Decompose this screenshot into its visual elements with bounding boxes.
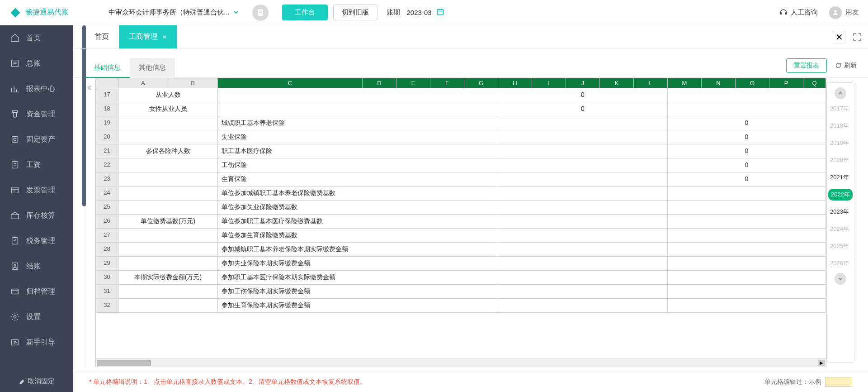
- cell-o[interactable]: [668, 271, 826, 284]
- sidebar-item-8[interactable]: 税务管理: [0, 228, 73, 253]
- sidebar-item-1[interactable]: 总账: [0, 51, 73, 76]
- cell-c[interactable]: 单位参加失业保险缴费基数: [218, 201, 498, 214]
- cancel-pin-button[interactable]: 取消固定: [0, 371, 73, 392]
- row-number[interactable]: 17: [96, 88, 118, 102]
- col-header-M[interactable]: M: [668, 78, 702, 88]
- cell-c[interactable]: 参加工伤保险本期实际缴费金额: [218, 285, 498, 298]
- cell-c[interactable]: 单位参加职工基本医疗保险缴费基数: [218, 215, 498, 228]
- user-menu[interactable]: 用友: [829, 6, 859, 19]
- row-number[interactable]: 22: [96, 158, 118, 172]
- old-version-button[interactable]: 切到旧版: [333, 5, 377, 20]
- col-header-C[interactable]: C: [218, 78, 363, 88]
- sidebar-item-2[interactable]: 报表中心: [0, 76, 73, 101]
- sidebar-item-4[interactable]: 固定资产: [0, 127, 73, 152]
- row-number[interactable]: 19: [96, 116, 118, 130]
- cell-k[interactable]: [498, 130, 668, 144]
- col-header-E[interactable]: E: [396, 78, 430, 88]
- col-header-I[interactable]: I: [532, 78, 566, 88]
- cell-o[interactable]: 0: [668, 116, 826, 130]
- col-header-F[interactable]: F: [430, 78, 464, 88]
- cell-o[interactable]: 0: [668, 158, 826, 172]
- horizontal-scrollbar[interactable]: ▶: [96, 359, 826, 367]
- cell-o[interactable]: [668, 201, 826, 214]
- cell-b[interactable]: [118, 158, 218, 172]
- year-item[interactable]: 2023年: [828, 203, 853, 220]
- cell-c[interactable]: 失业保险: [218, 130, 498, 144]
- sidebar-item-6[interactable]: 发票管理: [0, 177, 73, 203]
- year-down-icon[interactable]: [835, 273, 846, 285]
- cell-o[interactable]: [668, 299, 826, 312]
- cell-b[interactable]: 本期实际缴费金额(万元): [118, 271, 218, 284]
- cell-k[interactable]: 0: [498, 88, 668, 102]
- sub-tab-basic[interactable]: 基础信息: [85, 58, 130, 77]
- year-item[interactable]: 2022年: [828, 189, 853, 201]
- row-number[interactable]: 25: [96, 201, 118, 214]
- cell-c[interactable]: 参加城镇职工基本养老保险本期实际缴费金额: [218, 243, 498, 256]
- row-number[interactable]: 30: [96, 271, 118, 284]
- col-header-N[interactable]: N: [702, 78, 736, 88]
- cell-o[interactable]: [668, 229, 826, 242]
- calendar-icon[interactable]: [436, 8, 444, 18]
- cell-b[interactable]: [118, 229, 218, 242]
- cell-k[interactable]: [498, 243, 668, 256]
- cell-o[interactable]: 0: [668, 144, 826, 158]
- cell-b[interactable]: [118, 130, 218, 144]
- cell-k[interactable]: [498, 229, 668, 242]
- cell-k[interactable]: [498, 215, 668, 228]
- cell-o[interactable]: [668, 285, 826, 298]
- row-number[interactable]: 21: [96, 144, 118, 158]
- cell-b[interactable]: 女性从业人员: [118, 102, 218, 116]
- col-header-K[interactable]: K: [600, 78, 634, 88]
- row-number[interactable]: 23: [96, 172, 118, 186]
- cell-c[interactable]: 职工基本医疗保险: [218, 144, 498, 158]
- cell-c[interactable]: 工伤保险: [218, 158, 498, 172]
- cell-b[interactable]: 从业人数: [118, 88, 218, 102]
- col-header-J[interactable]: J: [566, 78, 600, 88]
- cell-o[interactable]: 0: [668, 130, 826, 144]
- collapse-left-icon[interactable]: [85, 78, 95, 367]
- tab-business-mgmt[interactable]: 工商管理 ✕: [119, 25, 177, 48]
- cell-b[interactable]: [118, 172, 218, 186]
- sidebar-item-9[interactable]: 结账: [0, 253, 73, 279]
- sidebar-item-10[interactable]: 归档管理: [0, 279, 73, 304]
- cell-k[interactable]: [498, 144, 668, 158]
- refresh-button[interactable]: 刷新: [835, 58, 857, 73]
- cell-o[interactable]: [668, 243, 826, 256]
- sidebar-item-11[interactable]: 设置: [0, 304, 73, 330]
- tab-home[interactable]: 首页: [85, 25, 119, 48]
- cell-b[interactable]: 单位缴费基数(万元): [118, 215, 218, 228]
- cell-c[interactable]: 参加职工基本医疗保险本期实际缴费金额: [218, 271, 498, 284]
- col-header-P[interactable]: P: [769, 78, 803, 88]
- cell-c[interactable]: [218, 102, 498, 116]
- cell-o[interactable]: [668, 88, 826, 102]
- cell-k[interactable]: [498, 201, 668, 214]
- year-item[interactable]: 2025年: [828, 238, 853, 255]
- row-number[interactable]: 24: [96, 186, 118, 200]
- cell-o[interactable]: [668, 215, 826, 228]
- document-icon[interactable]: [252, 5, 269, 21]
- workbench-button[interactable]: 工作台: [282, 5, 328, 20]
- cell-o[interactable]: [668, 186, 826, 200]
- cell-b[interactable]: [118, 186, 218, 200]
- col-header-Q[interactable]: Q: [803, 78, 826, 88]
- cell-b[interactable]: [118, 116, 218, 130]
- grid[interactable]: 17从业人数018女性从业人员019城镇职工基本养老保险020失业保险021参保…: [96, 88, 826, 359]
- corner-cell[interactable]: [96, 78, 118, 88]
- year-item[interactable]: 2020年: [828, 152, 853, 169]
- cell-k[interactable]: [498, 271, 668, 284]
- cell-b[interactable]: 参保各险种人数: [118, 144, 218, 158]
- year-item[interactable]: 2018年: [828, 117, 853, 134]
- year-item[interactable]: 2021年: [828, 169, 853, 186]
- cell-k[interactable]: [498, 257, 668, 270]
- scroll-thumb[interactable]: [97, 360, 151, 366]
- row-number[interactable]: 32: [96, 299, 118, 312]
- sidebar-item-12[interactable]: 新手引导: [0, 330, 73, 355]
- cell-b[interactable]: [118, 299, 218, 312]
- col-header-H[interactable]: H: [498, 78, 532, 88]
- sidebar-item-3[interactable]: 资金管理: [0, 101, 73, 127]
- col-header-G[interactable]: G: [464, 78, 498, 88]
- cell-c[interactable]: [218, 88, 498, 102]
- cell-k[interactable]: [498, 285, 668, 298]
- cell-o[interactable]: [668, 102, 826, 116]
- cell-b[interactable]: [118, 243, 218, 256]
